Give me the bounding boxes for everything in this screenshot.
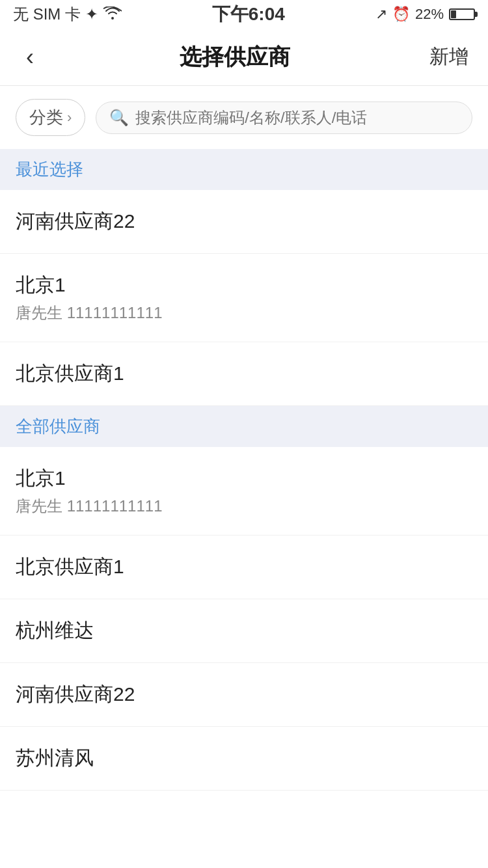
alarm-icon: ⏰: [392, 6, 410, 23]
all-section-label: 全部供应商: [16, 416, 100, 436]
status-time: 下午6:04: [212, 2, 285, 27]
item-name: 北京供应商1: [16, 360, 472, 387]
battery-icon: [449, 8, 475, 20]
location-icon: ↗: [375, 6, 387, 23]
item-name: 北京1: [16, 272, 472, 299]
list-item[interactable]: 杭州维达: [0, 599, 488, 663]
recent-section-header: 最近选择: [0, 149, 488, 190]
list-item[interactable]: 河南供应商22: [0, 190, 488, 254]
list-item[interactable]: 河南供应商22: [0, 663, 488, 727]
recent-list: 河南供应商22北京1唐先生 11111111111北京供应商1: [0, 190, 488, 406]
list-item[interactable]: 北京供应商1: [0, 536, 488, 599]
back-button[interactable]: ‹: [20, 37, 40, 77]
item-name: 河南供应商22: [16, 681, 472, 708]
item-name: 苏州清风: [16, 745, 472, 772]
list-item[interactable]: 北京1唐先生 11111111111: [0, 254, 488, 342]
search-icon: 🔍: [109, 109, 129, 127]
search-box[interactable]: 🔍: [96, 102, 472, 134]
search-row: 分类 › 🔍: [0, 86, 488, 149]
search-input[interactable]: [135, 109, 459, 127]
category-label: 分类: [29, 106, 63, 129]
item-name: 北京供应商1: [16, 554, 472, 580]
no-sim-label: 无 SIM 卡 ✦: [13, 4, 98, 25]
battery-percent: 22%: [415, 6, 444, 23]
status-left: 无 SIM 卡 ✦: [13, 4, 122, 25]
item-sub: 唐先生 11111111111: [16, 303, 472, 323]
page-title: 选择供应商: [180, 42, 290, 72]
status-right: ↗ ⏰ 22%: [375, 6, 475, 23]
list-item[interactable]: 北京1唐先生 11111111111: [0, 447, 488, 536]
status-bar: 无 SIM 卡 ✦ 下午6:04 ↗ ⏰ 22%: [0, 0, 488, 29]
all-section-header: 全部供应商: [0, 406, 488, 447]
chevron-right-icon: ›: [67, 109, 72, 126]
wifi-icon: [103, 5, 122, 23]
nav-bar: ‹ 选择供应商 新增: [0, 29, 488, 86]
all-list: 北京1唐先生 11111111111北京供应商1杭州维达河南供应商22苏州清风: [0, 447, 488, 791]
item-name: 杭州维达: [16, 617, 472, 644]
list-item[interactable]: 北京供应商1: [0, 342, 488, 406]
category-button[interactable]: 分类 ›: [16, 99, 85, 136]
item-name: 河南供应商22: [16, 208, 472, 235]
item-name: 北京1: [16, 465, 472, 492]
recent-section-label: 最近选择: [16, 159, 83, 179]
item-sub: 唐先生 11111111111: [16, 496, 472, 517]
list-item[interactable]: 苏州清风: [0, 727, 488, 791]
add-button[interactable]: 新增: [429, 44, 468, 70]
